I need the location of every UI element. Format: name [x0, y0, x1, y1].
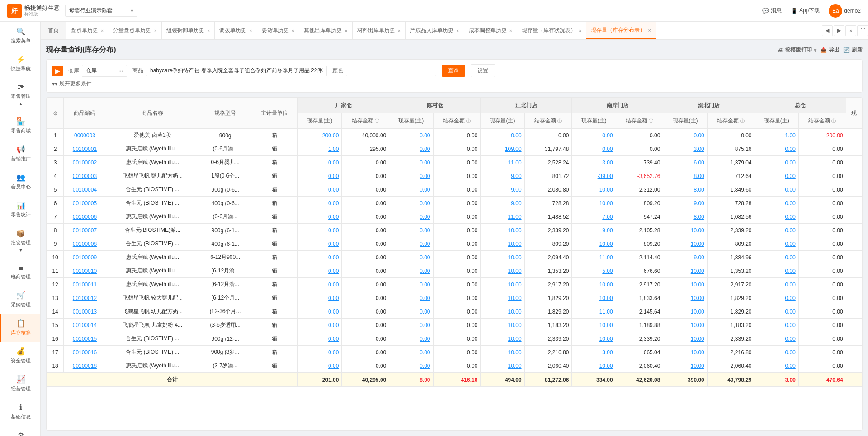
table-cell[interactable]: 10.00 [481, 305, 524, 319]
tab-close-icon[interactable]: × [579, 28, 581, 33]
table-cell[interactable]: 10.00 [663, 346, 707, 359]
table-cell[interactable]: 0.00 [298, 210, 342, 224]
table-cell[interactable]: 10.00 [481, 319, 524, 332]
table-cell[interactable]: 0.00 [755, 169, 798, 183]
tab-close-icon[interactable]: × [398, 28, 401, 33]
table-cell[interactable]: 200.00 [298, 129, 342, 142]
table-cell[interactable]: 0.00 [389, 237, 433, 251]
table-cell[interactable]: 0.00 [755, 332, 798, 346]
table-cell[interactable]: 0.00 [298, 197, 342, 210]
table-cell[interactable]: 3.00 [663, 142, 707, 156]
table-cell[interactable]: 8.00 [663, 169, 707, 183]
table-cell[interactable]: 3.00 [572, 346, 616, 359]
table-cell[interactable]: 0.00 [298, 278, 342, 291]
table-cell[interactable]: 10.00 [481, 237, 524, 251]
tab-stock-status[interactable]: 现存量（库存状况表） × [517, 22, 586, 39]
sidebar-item-search[interactable]: 🔍 搜索英单 [0, 22, 40, 50]
table-cell[interactable]: 9.00 [572, 224, 616, 237]
table-cell[interactable]: 0.00 [755, 183, 798, 197]
table-cell[interactable]: 0.00 [755, 210, 798, 224]
table-cell[interactable]: 00100018 [64, 359, 106, 373]
table-cell[interactable]: 109.00 [481, 142, 524, 156]
table-cell[interactable]: 0.00 [389, 305, 433, 319]
table-cell[interactable]: 5.00 [572, 264, 616, 278]
sidebar-item-shop[interactable]: 🏪 零售商城 [0, 112, 40, 140]
table-cell[interactable]: 0000003 [64, 129, 106, 142]
tab-nav-close-all[interactable]: × [845, 25, 856, 36]
table-cell[interactable]: 0.00 [755, 278, 798, 291]
table-cell[interactable]: 0.00 [298, 359, 342, 373]
table-cell[interactable]: 10.00 [663, 359, 707, 373]
table-cell[interactable]: 0.00 [298, 346, 342, 359]
goods-input[interactable] [146, 66, 327, 76]
table-cell[interactable]: 8.00 [663, 183, 707, 197]
sidebar-item-nav[interactable]: ⚡ 快捷导航 [0, 50, 40, 78]
tab-nav-next[interactable]: ▶ [834, 25, 844, 36]
query-btn[interactable]: 查询 [442, 65, 465, 77]
table-cell[interactable]: 0.00 [298, 319, 342, 332]
tab-home[interactable]: 首页 [41, 22, 66, 39]
table-cell[interactable]: 0.00 [755, 305, 798, 319]
table-cell[interactable]: 0.00 [389, 359, 433, 373]
table-cell[interactable]: 0.00 [298, 237, 342, 251]
tab-finished-in[interactable]: 产成品入库单历史 × [406, 22, 464, 39]
table-cell[interactable]: 10.00 [572, 237, 616, 251]
table-cell[interactable]: 10.00 [481, 332, 524, 346]
table-cell[interactable]: 0.00 [389, 129, 433, 142]
table-cell[interactable]: 0.00 [755, 264, 798, 278]
th-settings[interactable]: ⚙ [47, 98, 64, 129]
table-cell[interactable]: 00100014 [64, 319, 106, 332]
tab-transfer[interactable]: 调拨单历史 × [215, 22, 257, 39]
table-cell[interactable]: 0.00 [755, 346, 798, 359]
table-cell[interactable]: 00100010 [64, 264, 106, 278]
table-cell[interactable]: 10.00 [663, 291, 707, 305]
sidebar-item-wholesale[interactable]: 📦 批发管理 ▼ [0, 224, 40, 258]
filter-toggle-btn[interactable]: ▶ [52, 66, 63, 76]
table-cell[interactable]: 8.00 [663, 210, 707, 224]
table-cell[interactable]: 00100012 [64, 291, 106, 305]
tab-nav-expand[interactable]: ⛶ [857, 25, 868, 36]
tab-close-icon[interactable]: × [509, 28, 512, 33]
sidebar-item-purchase[interactable]: 🛒 采购管理 [0, 286, 40, 314]
message-btn[interactable]: 💬 消息 [762, 7, 782, 14]
table-cell[interactable]: 00100006 [64, 210, 106, 224]
table-cell[interactable]: 10.00 [572, 291, 616, 305]
table-cell[interactable]: 0.00 [755, 224, 798, 237]
table-cell[interactable]: 9.00 [481, 183, 524, 197]
table-cell[interactable]: 0.00 [755, 197, 798, 210]
table-cell[interactable]: 9.00 [663, 197, 707, 210]
table-cell[interactable]: 0.00 [572, 129, 616, 142]
table-cell[interactable]: 10.00 [663, 264, 707, 278]
table-cell[interactable]: 00100004 [64, 183, 106, 197]
sidebar-item-marketing[interactable]: 📢 营销推广 [0, 140, 40, 168]
table-cell[interactable]: 00100015 [64, 332, 106, 346]
sidebar-item-basic[interactable]: ℹ 基础信息 [0, 398, 40, 426]
table-container[interactable]: ⚙ 商品编码 商品名称 规格型号 主计量单位 厂家仓 陈村仓 江北门店 南岸门店… [47, 98, 862, 430]
table-cell[interactable]: 0.00 [572, 142, 616, 156]
table-cell[interactable]: 9.00 [481, 197, 524, 210]
tab-close-icon[interactable]: × [249, 28, 252, 33]
table-cell[interactable]: 0.00 [298, 305, 342, 319]
table-cell[interactable]: 6.00 [663, 156, 707, 169]
table-cell[interactable]: 00100016 [64, 346, 106, 359]
table-cell[interactable]: 00100009 [64, 251, 106, 264]
table-cell[interactable]: 00100001 [64, 142, 106, 156]
tab-stock-dist[interactable]: 现存量（库存分布表） × [586, 22, 656, 39]
tab-close-active-icon[interactable]: × [648, 28, 651, 33]
table-cell[interactable]: 0.00 [389, 319, 433, 332]
table-cell[interactable]: 0.00 [389, 142, 433, 156]
table-cell[interactable]: 0.00 [298, 183, 342, 197]
table-cell[interactable]: 0.00 [755, 237, 798, 251]
tab-frac-stocktake[interactable]: 分量盘点单历史 × [108, 22, 161, 39]
table-cell[interactable]: 10.00 [481, 224, 524, 237]
tab-close-icon[interactable]: × [456, 28, 459, 33]
refresh-btn[interactable]: 🔄 刷新 [843, 46, 863, 54]
table-cell[interactable]: 10.00 [663, 278, 707, 291]
sidebar-item-inventory[interactable]: 📋 库存核算 [0, 314, 40, 342]
table-cell[interactable]: 10.00 [481, 251, 524, 264]
table-cell[interactable]: 1.00 [298, 142, 342, 156]
tab-close-icon[interactable]: × [292, 28, 294, 33]
sidebar-item-retail-stats[interactable]: 📊 零售统计 [0, 196, 40, 224]
tab-assembly[interactable]: 组装拆卸单历史 × [162, 22, 215, 39]
table-cell[interactable]: 0.00 [298, 169, 342, 183]
